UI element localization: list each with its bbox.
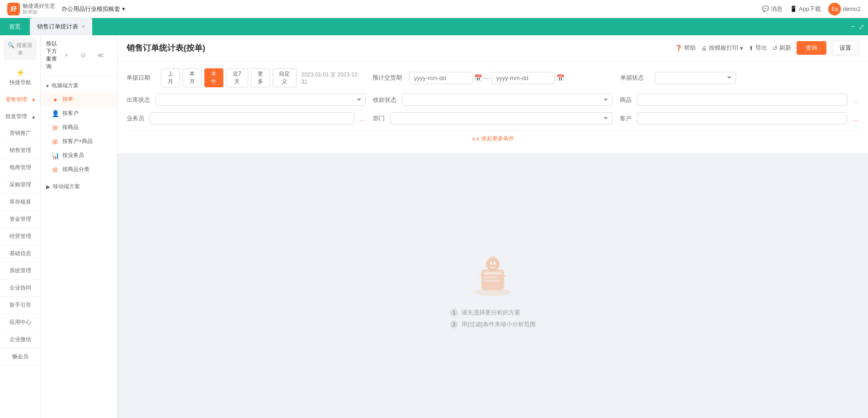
message-action[interactable]: 💬 消息: [762, 5, 783, 13]
query-button[interactable]: 查询: [797, 41, 826, 55]
top-header: 好 畅捷通好生意 标准版 办公用品行业模拟账套 ▾ 💬 消息 📱 App下载 E…: [0, 0, 868, 18]
svg-point-5: [486, 257, 500, 271]
chevron-down-icon: ▾: [122, 5, 125, 12]
tab-sales-order[interactable]: 销售订单统计表 ×: [30, 18, 92, 35]
tab-bar: 首页 销售订单统计表 × − ⤢: [0, 18, 868, 35]
payment-section: 收款状态: [373, 94, 612, 106]
search-menu-button[interactable]: 🔍 搜索菜单: [4, 39, 37, 60]
date-btn-7days[interactable]: 近7天: [226, 68, 248, 87]
product-input[interactable]: [637, 94, 847, 106]
sidebar-item-inventory[interactable]: 库存核算: [0, 194, 40, 211]
date-btn-more[interactable]: 更多: [251, 68, 270, 87]
date-filter-label: 单据日期: [127, 74, 154, 82]
header-right: 💬 消息 📱 App下载 Ea demo2: [762, 3, 861, 15]
svg-point-7: [494, 262, 496, 265]
company-selector[interactable]: 办公用品行业模拟账套 ▾: [59, 4, 128, 14]
scheme-item-by-customer[interactable]: 👤 按客户: [41, 106, 117, 120]
pc-scheme-group-header[interactable]: ▾ 电脑端方案: [41, 79, 117, 92]
calendar-start-icon[interactable]: 📅: [474, 74, 482, 81]
refresh-icon: ↺: [773, 45, 778, 52]
svg-rect-9: [503, 275, 506, 276]
page-header: 销售订单统计表(按单) ❓ 帮助 🖨 按模板打印 ▾ ⬆ 导出: [118, 35, 868, 61]
sidebar-item-enterprise[interactable]: 企业协同: [0, 280, 40, 297]
date-range-text: 2023-01-01 至 2023-12-31: [301, 71, 365, 85]
hint-num-1: 1: [450, 309, 458, 317]
user-action[interactable]: Ea demo2: [828, 3, 861, 15]
expected-date-start[interactable]: [409, 72, 472, 84]
scheme-icon-product: ⊞: [52, 124, 59, 131]
department-select[interactable]: [390, 112, 612, 124]
sidebar-item-wechat[interactable]: 企业微信: [0, 331, 40, 348]
scheme-item-by-product[interactable]: ⊞ 按商品: [41, 120, 117, 134]
chevron-up-icon: ▴: [32, 114, 35, 120]
add-scheme-button[interactable]: ＋: [63, 51, 78, 59]
help-button[interactable]: ❓ 帮助: [675, 44, 696, 52]
sidebar-item-purchase[interactable]: 采购管理: [0, 176, 40, 194]
sidebar-item-finance[interactable]: 资金管理: [0, 211, 40, 228]
sidebar-item-sales[interactable]: 销售管理: [0, 142, 40, 159]
collapse-scheme-button[interactable]: ≪: [97, 52, 112, 59]
sidebar-item-marketing[interactable]: 营销推广: [0, 125, 40, 142]
scheme-panel-header: 按以下方案查询 ＋ ⊙ ≪: [41, 35, 117, 76]
content-area: 按以下方案查询 ＋ ⊙ ≪ ▾ 电脑端方案 ● 按单 👤 按客户: [41, 35, 868, 418]
sidebar-item-basicinfo[interactable]: 基础信息: [0, 245, 40, 262]
print-button[interactable]: 🖨 按模板打印 ▾: [701, 44, 743, 52]
scheme-item-by-customer-product[interactable]: ⊞ 按客户+商品: [41, 134, 117, 148]
export-button[interactable]: ⬆ 导出: [749, 44, 767, 52]
sidebar-item-operations[interactable]: 经营管理: [0, 228, 40, 245]
scheme-item-by-category[interactable]: ⊞ 按商品分类: [41, 162, 117, 176]
customer-input[interactable]: [637, 112, 847, 124]
customer-more-button[interactable]: …: [853, 115, 859, 122]
tab-home[interactable]: 首页: [0, 18, 30, 35]
tab-minimize-button[interactable]: −: [851, 23, 855, 31]
refresh-button[interactable]: ↺ 刷新: [773, 44, 791, 52]
sidebar-item-retail[interactable]: 零售管理 ▾: [0, 91, 40, 108]
date-btn-this-month[interactable]: 本月: [183, 68, 202, 87]
filter-row-status: 出库状态 收款状态 商品 …: [127, 94, 859, 106]
sidebar-item-guide[interactable]: 新手引导: [0, 297, 40, 314]
tab-maximize-button[interactable]: ⤢: [859, 23, 864, 31]
tab-close-icon[interactable]: ×: [82, 24, 85, 29]
status-select[interactable]: [655, 72, 736, 84]
scheme-item-by-salesperson[interactable]: 📊 按业务员: [41, 148, 117, 162]
sidebar-item-quicknav[interactable]: ⚡ 快捷导航: [0, 64, 40, 91]
dispatch-select[interactable]: [156, 94, 366, 106]
scheme-panel: 按以下方案查询 ＋ ⊙ ≪ ▾ 电脑端方案 ● 按单 👤 按客户: [41, 35, 118, 418]
date-btn-last-month[interactable]: 上月: [161, 68, 180, 87]
main-content: 销售订单统计表(按单) ❓ 帮助 🖨 按模板打印 ▾ ⬆ 导出: [118, 35, 868, 418]
collapse-bar[interactable]: ∧∧ 收起更多条件: [127, 131, 859, 146]
empty-hint-1: 1 请先选择要分析的方案: [450, 309, 535, 317]
calendar-end-icon[interactable]: 📅: [557, 74, 564, 81]
date-btn-this-year[interactable]: 本年: [204, 68, 223, 87]
scheme-settings-button[interactable]: ⊙: [80, 52, 95, 59]
date-btn-custom[interactable]: 自定义: [273, 68, 297, 87]
expected-date-end[interactable]: [491, 72, 555, 84]
sidebar-item-ecom[interactable]: 电商管理: [0, 159, 40, 176]
scheme-icon-customer-product: ⊞: [52, 138, 59, 145]
export-icon: ⬆: [749, 45, 754, 52]
status-label: 单据状态: [620, 74, 647, 82]
payment-label: 收款状态: [373, 96, 396, 104]
header-left: 好 畅捷通好生意 标准版 办公用品行业模拟账套 ▾: [7, 3, 128, 15]
scheme-item-by-order[interactable]: ● 按单: [41, 92, 117, 106]
logo-icon: 好: [7, 3, 20, 15]
expected-date-label: 预计交货期: [373, 74, 402, 82]
payment-select[interactable]: [402, 94, 612, 106]
department-label: 部门: [373, 114, 385, 123]
sidebar-item-wholesale[interactable]: 批发管理 ▴: [0, 108, 40, 125]
salesperson-input[interactable]: [150, 112, 354, 124]
collapse-button[interactable]: ∧∧ 收起更多条件: [472, 135, 514, 142]
empty-state: 1 请先选择要分析的方案 2 用[过滤]条件来缩小分析范围: [118, 157, 868, 418]
app-download-action[interactable]: 📱 App下载: [790, 5, 821, 13]
sidebar-item-appcenter[interactable]: 应用中心: [0, 314, 40, 331]
scheme-icon-order: ●: [52, 96, 59, 103]
status-select-group: [655, 72, 859, 84]
product-more-button[interactable]: …: [853, 96, 859, 104]
mobile-scheme-group[interactable]: ▶ 移动端方案: [41, 180, 117, 193]
sidebar-item-member[interactable]: 畅会员: [0, 348, 40, 366]
filter-row-date: 单据日期 上月 本月 本年 近7天 更多 自定义 2023-01-01 至 20…: [127, 68, 859, 87]
sidebar-item-system[interactable]: 系统管理: [0, 262, 40, 280]
salesperson-more-button[interactable]: …: [359, 115, 366, 122]
empty-hints: 1 请先选择要分析的方案 2 用[过滤]条件来缩小分析范围: [450, 309, 535, 328]
settings-button[interactable]: 设置: [832, 41, 859, 55]
